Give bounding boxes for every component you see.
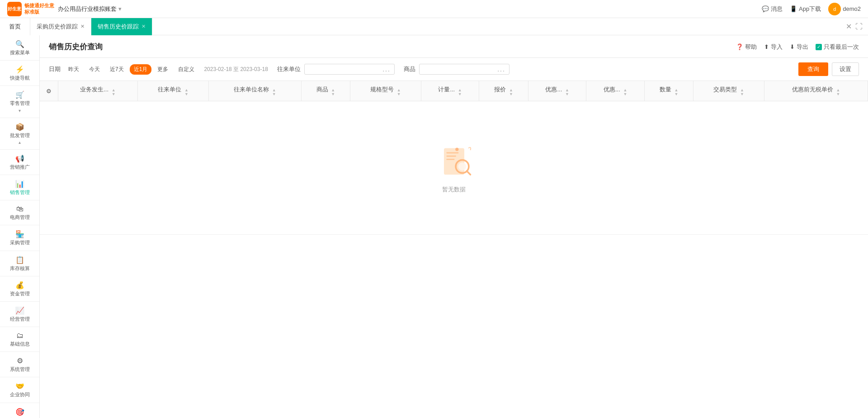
fullscreen-button[interactable]: ⛶ <box>855 23 863 31</box>
sidebar-item-search-menu[interactable]: 🔍 搜索菜单 <box>0 35 39 61</box>
sidebar-item-finance[interactable]: 💰 资金管理 <box>0 276 39 302</box>
settings-button[interactable]: 设置 <box>832 62 859 76</box>
topbar: 好生意 畅捷通好生意 标准版 办公用品行业模拟账套 ▾ 💬 消息 📱 App下载… <box>0 0 868 18</box>
sidebar: 🔍 搜索菜单 ⚡ 快捷导航 🛒 零售管理 ▾ 📦 批发管理 ▴ 📢 营销推广 📊… <box>0 35 40 418</box>
sort-icon-partner: ▲▼ <box>184 88 189 96</box>
topbar-title-text: 办公用品行业模拟账套 <box>58 5 117 13</box>
table-header: ⚙ 业务发生... ▲▼ 往来单位 ▲▼ 往来单位名称 ▲▼ <box>40 81 868 101</box>
sidebar-item-inventory[interactable]: 📋 库存核算 <box>0 251 39 276</box>
date-buttons: 昨天 今天 近7天 近1月 更多 自定义 <box>64 64 198 75</box>
th-quantity[interactable]: 数量 ▲▼ <box>644 81 693 101</box>
th-pretax-price[interactable]: 优惠前无税单价 ▲▼ <box>764 81 868 101</box>
only-last-checkbox[interactable]: ✓ 只看最后一次 <box>816 43 859 51</box>
table-body: 暂无数据 <box>40 101 868 235</box>
sidebar-item-marketing[interactable]: 📢 营销推广 <box>0 150 39 175</box>
sort-icon-goods: ▲▼ <box>331 88 335 96</box>
tab-purchase-history[interactable]: 采购历史价跟踪 ✕ <box>30 18 91 35</box>
empty-row: 暂无数据 <box>40 101 868 235</box>
search-icon: 🔍 <box>15 40 24 48</box>
tab-sales-history[interactable]: 销售历史价跟踪 ✕ <box>91 18 152 35</box>
date-btn-7days[interactable]: 近7天 <box>106 64 128 75</box>
filter-actions: 查询 设置 <box>798 62 859 76</box>
operation-icon: 📈 <box>15 306 24 315</box>
sidebar-label-inventory: 库存核算 <box>10 266 30 271</box>
filter-bar: 日期 昨天 今天 近7天 近1月 更多 自定义 2023-02-18 至 202… <box>40 58 868 81</box>
sidebar-item-basic[interactable]: 🗂 基础信息 <box>0 327 39 352</box>
goods-filter-label: 商品 <box>404 65 415 73</box>
logo-area: 好生意 畅捷通好生意 标准版 <box>7 2 54 16</box>
sidebar-item-sales[interactable]: 📊 销售管理 <box>0 175 39 200</box>
svg-rect-0 <box>444 148 464 175</box>
th-business-date[interactable]: 业务发生... ▲▼ <box>58 81 138 101</box>
empty-cell: 暂无数据 <box>40 101 868 235</box>
sidebar-item-purchase[interactable]: 🏪 采购管理 <box>0 225 39 251</box>
system-icon: ⚙ <box>17 356 23 365</box>
empty-icon <box>436 142 472 178</box>
partner-filter-label: 往来单位 <box>277 65 301 73</box>
sidebar-label-marketing: 营销推广 <box>10 164 30 170</box>
page-header: 销售历史价查询 ❓ 帮助 ⬆ 导入 ⬇ 导出 ✓ 只看最后一次 <box>40 35 868 58</box>
sidebar-item-wholesale[interactable]: 📦 批发管理 ▴ <box>0 118 39 150</box>
sidebar-item-operation[interactable]: 📈 经营管理 <box>0 302 39 327</box>
query-button[interactable]: 查询 <box>798 62 828 76</box>
data-table: ⚙ 业务发生... ▲▼ 往来单位 ▲▼ 往来单位名称 ▲▼ <box>40 81 868 235</box>
sidebar-label-finance: 资金管理 <box>10 291 30 297</box>
sidebar-item-quick-nav[interactable]: ⚡ 快捷导航 <box>0 61 39 86</box>
tab-home[interactable]: 首页 <box>0 18 30 35</box>
sidebar-item-system[interactable]: ⚙ 系统管理 <box>0 352 39 377</box>
sort-icon-spec: ▲▼ <box>397 88 401 96</box>
sidebar-item-enterprise[interactable]: 🤝 企业协同 <box>0 377 39 403</box>
date-btn-today[interactable]: 今天 <box>85 64 104 75</box>
sidebar-label-purchase: 采购管理 <box>10 240 30 246</box>
sidebar-label-retail: 零售管理 <box>10 100 30 106</box>
topbar-title[interactable]: 办公用品行业模拟账套 ▾ <box>58 5 122 13</box>
export-button[interactable]: ⬇ 导出 <box>790 43 808 51</box>
sidebar-item-retail[interactable]: 🛒 零售管理 ▾ <box>0 86 39 118</box>
date-btn-more[interactable]: 更多 <box>153 64 172 75</box>
quicknav-icon: ⚡ <box>15 65 24 74</box>
message-button[interactable]: 💬 消息 <box>762 5 783 13</box>
tab-sales-label: 销售历史价跟踪 <box>98 23 139 31</box>
page-header-actions: ❓ 帮助 ⬆ 导入 ⬇ 导出 ✓ 只看最后一次 <box>736 43 859 51</box>
help-button[interactable]: ❓ 帮助 <box>736 43 757 51</box>
tab-purchase-close[interactable]: ✕ <box>80 24 85 29</box>
empty-illustration <box>436 142 476 183</box>
sidebar-item-ecommerce[interactable]: 🛍 电商管理 <box>0 200 39 225</box>
th-trade-type[interactable]: 交易类型 ▲▼ <box>693 81 764 101</box>
avatar: d <box>828 3 841 15</box>
sort-icon-quote: ▲▼ <box>509 88 513 96</box>
app-download-button[interactable]: 📱 App下载 <box>790 5 821 13</box>
tab-sales-close[interactable]: ✕ <box>142 24 146 29</box>
sidebar-label-system: 系统管理 <box>10 366 30 372</box>
tab-purchase-label: 采购历史价跟踪 <box>37 23 78 31</box>
import-icon: ⬆ <box>764 43 769 50</box>
th-discount2[interactable]: 优惠... ▲▼ <box>586 81 645 101</box>
th-discount1[interactable]: 优惠... ▲▼ <box>528 81 586 101</box>
sort-icon-partner-name: ▲▼ <box>272 88 276 96</box>
table-header-row: ⚙ 业务发生... ▲▼ 往来单位 ▲▼ 往来单位名称 ▲▼ <box>40 81 868 101</box>
date-btn-1month[interactable]: 近1月 <box>130 64 152 75</box>
sort-icon-discount2: ▲▼ <box>623 88 627 96</box>
sidebar-label-enterprise: 企业协同 <box>10 392 30 398</box>
sidebar-label-search: 搜索菜单 <box>10 50 30 56</box>
dropdown-icon[interactable]: ▾ <box>118 5 122 12</box>
goods-input[interactable]: ... <box>419 64 509 75</box>
th-goods[interactable]: 商品 ▲▼ <box>301 81 350 101</box>
logo-text: 畅捷通好生意 标准版 <box>24 3 54 14</box>
th-quote[interactable]: 报价 ▲▼ <box>479 81 528 101</box>
th-partner-code[interactable]: 往来单位 ▲▼ <box>138 81 209 101</box>
content-area: 销售历史价查询 ❓ 帮助 ⬆ 导入 ⬇ 导出 ✓ 只看最后一次 <box>40 35 868 418</box>
import-button[interactable]: ⬆ 导入 <box>764 43 783 51</box>
sidebar-item-guide[interactable]: 🎯 新手引导 <box>0 403 39 418</box>
sidebar-label-sales: 销售管理 <box>10 190 30 195</box>
date-btn-custom[interactable]: 自定义 <box>174 64 198 75</box>
date-filter-label: 日期 <box>49 65 61 73</box>
th-partner-name[interactable]: 往来单位名称 ▲▼ <box>208 81 301 101</box>
th-spec[interactable]: 规格型号 ▲▼ <box>350 81 421 101</box>
partner-input[interactable]: ... <box>304 64 395 75</box>
date-btn-yesterday[interactable]: 昨天 <box>64 64 83 75</box>
gear-icon[interactable]: ⚙ <box>46 88 52 95</box>
user-profile[interactable]: d demo2 <box>828 3 861 15</box>
close-tab-button[interactable]: ✕ <box>846 22 852 31</box>
th-unit[interactable]: 计量... ▲▼ <box>421 81 479 101</box>
